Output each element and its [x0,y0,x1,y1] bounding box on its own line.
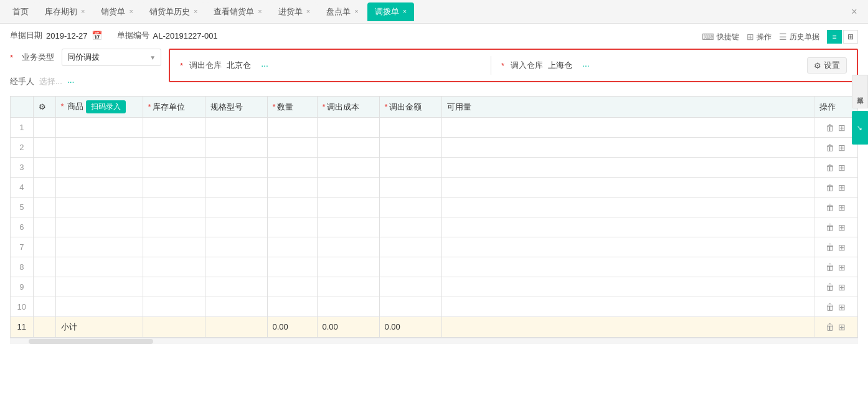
tab-sales-history[interactable]: 销货单历史 × [142,2,205,21]
row-product[interactable] [55,198,143,217]
warehouse-out-value[interactable]: 北京仓 [227,60,251,71]
row-amount[interactable] [379,257,441,277]
row-cost[interactable] [317,217,379,237]
tab-purchase[interactable]: 进货单 × [271,2,318,21]
row-spec[interactable] [205,297,267,317]
warehouse-in-value[interactable]: 上海仓 [548,60,572,71]
history-btn[interactable]: ☰ 历史单据 [779,32,819,42]
copy-icon[interactable]: ⊞ [838,143,846,153]
row-amount[interactable] [379,138,441,158]
side-export-btn[interactable]: ↗ [852,111,868,145]
row-qty[interactable] [267,257,317,277]
delete-icon[interactable]: 🗑 [826,222,834,232]
row-amount[interactable] [379,277,441,297]
delete-icon[interactable]: 🗑 [826,302,834,312]
row-unit[interactable] [143,297,205,317]
handler-more-icon[interactable]: ··· [67,77,75,87]
row-spec[interactable] [205,237,267,257]
delete-icon[interactable]: 🗑 [826,322,834,332]
copy-icon[interactable]: ⊞ [838,282,846,292]
delete-icon[interactable]: 🗑 [826,282,834,292]
row-qty[interactable] [267,237,317,257]
copy-icon[interactable]: ⊞ [838,183,846,193]
row-cost[interactable] [317,158,379,178]
tab-view-sales-close[interactable]: × [258,8,262,15]
row-cost[interactable] [317,178,379,198]
row-spec[interactable] [205,178,267,198]
row-unit[interactable] [143,138,205,158]
date-value[interactable]: 2019-12-27 [46,31,88,40]
copy-icon[interactable]: ⊞ [838,322,846,332]
row-product[interactable] [55,158,143,178]
row-amount[interactable] [379,158,441,178]
row-qty[interactable] [267,158,317,178]
delete-icon[interactable]: 🗑 [826,163,834,173]
row-qty[interactable] [267,118,317,138]
row-product[interactable] [55,277,143,297]
row-unit[interactable] [143,217,205,237]
delete-icon[interactable]: 🗑 [826,242,834,252]
row-spec[interactable] [205,217,267,237]
view-list-btn[interactable]: ≡ [827,30,842,44]
row-product[interactable] [55,118,143,138]
row-product[interactable] [55,178,143,198]
row-product[interactable] [55,217,143,237]
calendar-icon[interactable]: 📅 [92,31,102,40]
shortcut-btn[interactable]: ⌨ 快捷键 [702,32,739,42]
row-product[interactable] [55,237,143,257]
warehouse-in-more-btn[interactable]: ··· [582,60,590,70]
row-amount[interactable] [379,118,441,138]
delete-icon[interactable]: 🗑 [826,143,834,153]
row-qty[interactable] [267,277,317,297]
scan-button[interactable]: 扫码录入 [86,100,126,113]
row-unit[interactable] [143,158,205,178]
tab-view-sales[interactable]: 查看销货单 × [206,2,269,21]
row-cost[interactable] [317,198,379,217]
tab-inventory-init-close[interactable]: × [81,8,85,15]
row-unit[interactable] [143,198,205,217]
tab-inventory[interactable]: 盘点单 × [319,2,366,21]
row-spec[interactable] [205,138,267,158]
tab-transfer-close[interactable]: × [403,8,407,15]
row-cost[interactable] [317,138,379,158]
row-product[interactable] [55,297,143,317]
row-amount[interactable] [379,297,441,317]
biz-type-select[interactable]: 同价调拨 ▼ [62,49,161,66]
row-qty[interactable] [267,138,317,158]
copy-icon[interactable]: ⊞ [838,302,846,312]
tab-transfer[interactable]: 调拨单 × [367,2,414,21]
horizontal-scrollbar[interactable] [10,338,858,344]
row-unit[interactable] [143,118,205,138]
delete-icon[interactable]: 🗑 [826,183,834,193]
row-cost[interactable] [317,297,379,317]
delete-icon[interactable]: 🗑 [826,123,834,133]
row-amount[interactable] [379,237,441,257]
window-close-button[interactable]: × [846,3,863,21]
tab-sales-order[interactable]: 销货单 × [93,2,140,21]
copy-icon[interactable]: ⊞ [838,242,846,252]
row-spec[interactable] [205,257,267,277]
side-doc-btn[interactable]: 单据 [852,75,868,108]
row-spec[interactable] [205,277,267,297]
row-qty[interactable] [267,217,317,237]
copy-icon[interactable]: ⊞ [838,123,846,133]
row-cost[interactable] [317,118,379,138]
row-cost[interactable] [317,237,379,257]
row-spec[interactable] [205,158,267,178]
row-unit[interactable] [143,257,205,277]
row-qty[interactable] [267,297,317,317]
delete-icon[interactable]: 🗑 [826,202,834,212]
row-product[interactable] [55,257,143,277]
row-unit[interactable] [143,237,205,257]
copy-icon[interactable]: ⊞ [838,202,846,212]
tab-sales-history-close[interactable]: × [194,8,197,15]
copy-icon[interactable]: ⊞ [838,262,846,272]
row-cost[interactable] [317,257,379,277]
copy-icon[interactable]: ⊞ [838,163,846,173]
tab-home[interactable]: 首页 [5,2,36,21]
row-product[interactable] [55,138,143,158]
scrollbar-thumb[interactable] [29,339,153,344]
tab-inventory-close[interactable]: × [354,8,358,15]
handler-placeholder[interactable]: 选择... [39,76,62,87]
tab-inventory-init[interactable]: 库存期初 × [37,2,92,21]
